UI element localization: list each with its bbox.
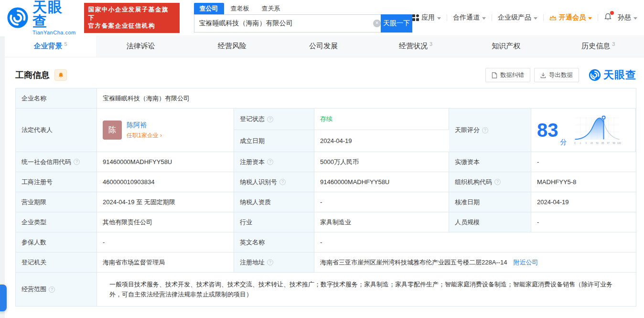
field-label-approval-date: 核准日期 [449, 192, 531, 212]
field-label-company-name: 企业名称 [16, 88, 97, 108]
legal-rep-companies-link[interactable]: 任职1家企业 › [127, 132, 162, 140]
export-data-button[interactable]: 导出数据 [534, 68, 579, 82]
score-distribution-chart: 0 1 3 15 50 85 97 99 100 [573, 114, 622, 146]
field-label-credit-code: 统一社会信用代码 ? [16, 152, 97, 172]
tab-history-info[interactable]: 历史信息3 [553, 35, 644, 57]
nav-user[interactable]: 孙慈 [618, 13, 637, 22]
clear-search-icon[interactable]: × [373, 20, 381, 27]
chevron-down-icon [482, 17, 486, 20]
field-label-reg-status: 登记状态 ? [234, 109, 314, 130]
help-icon[interactable]: ? [267, 116, 273, 122]
tab-company-background[interactable]: 企业背景5 [5, 35, 96, 57]
field-value-industry: 家具制造业 [314, 212, 449, 232]
username: 孙慈 [618, 13, 631, 22]
field-label-taxpayer-id: 纳税人识别号 ? [234, 172, 314, 192]
notification-dot [610, 11, 614, 15]
nearby-companies-link[interactable]: 附近公司 [513, 258, 538, 267]
help-icon[interactable]: ? [279, 179, 286, 185]
nav-vip[interactable]: 开通会员 [549, 13, 592, 22]
field-value-taxpayer-id: 91460000MADHFYY58U [314, 172, 449, 192]
svg-text:100: 100 [617, 142, 621, 144]
field-value-credit-code: 91460000MADHFYY58U [97, 152, 234, 172]
search-input[interactable] [194, 14, 386, 33]
help-icon[interactable]: ? [482, 127, 488, 133]
field-label-taxpayer-quality: 纳税人资质 [234, 192, 314, 212]
search-button[interactable]: 天眼一下 [381, 14, 412, 33]
field-value-est-date: 2024-04-19 [314, 130, 449, 152]
field-value-approval-date: 2024-04-19 [531, 192, 636, 212]
nav-enterprise-label: 企业级产品 [498, 13, 531, 22]
help-icon[interactable]: ? [494, 179, 501, 185]
field-value-org-code: MADHFYY5-8 [531, 172, 636, 192]
field-label-reg-number: 工商注册号 [16, 172, 97, 192]
floating-widget[interactable] [0, 285, 7, 311]
field-value-insured: - [97, 232, 234, 252]
divider [543, 14, 544, 21]
field-label-staff-size: 人员规模 [449, 212, 531, 232]
nav-apps[interactable]: 应用 [412, 13, 441, 22]
tianyancha-logo[interactable]: 天眼查 TianYanCha.com [7, 0, 78, 35]
tab-operation-risk[interactable]: 经营风险 [187, 35, 279, 57]
svg-text:3: 3 [585, 142, 587, 144]
bell-icon [58, 72, 64, 78]
field-value-address: 海南省三亚市崖州区崖州湾科技城雅布伦产业园五号楼二层228A--14 附近公司 [314, 252, 636, 272]
field-value-scope: 一般项目技术服务、技术开发、技术咨询、技术交流、技术转让、技术推广；数字技术服务… [97, 273, 636, 306]
nav-cooperation[interactable]: 合作通道 [453, 13, 486, 22]
search-tab-relation[interactable]: 查关系 [256, 3, 286, 14]
svg-text:50: 50 [596, 142, 599, 144]
svg-text:99: 99 [612, 142, 615, 144]
field-value-legal-rep: 陈 陈阿裕 任职1家企业 › [97, 109, 234, 152]
top-header: 天眼查 TianYanCha.com 国家中小企业发展子基金旗下 官方备案企业征… [0, 0, 644, 35]
nav-enterprise-products[interactable]: 企业级产品 [498, 13, 537, 22]
monitor-bell-button[interactable] [54, 69, 67, 81]
left-gutter [0, 36, 5, 318]
nav-cooperation-label: 合作通道 [453, 13, 480, 22]
gov-certification-badge: 国家中小企业发展子基金旗下 官方备案企业征信机构 [84, 3, 180, 33]
tab-operation-status[interactable]: 经营状况3 [370, 35, 462, 57]
field-value-term: 2024-04-19 至 无固定期限 [97, 192, 234, 212]
field-label-est-date: 成立日期 [234, 130, 314, 152]
tab-company-development[interactable]: 公司发展 [279, 35, 370, 57]
chevron-down-icon [588, 17, 592, 20]
field-label-address: 注册地址 ? [234, 252, 314, 272]
help-icon[interactable]: ? [267, 159, 273, 165]
notifications-bell[interactable] [604, 13, 612, 22]
svg-text:0: 0 [574, 142, 576, 144]
field-label-reg-capital: 注册资本 ? [234, 152, 314, 172]
field-label-insured: 参保人数 [16, 232, 97, 252]
tab-legal-litigation[interactable]: 法律诉讼 [96, 35, 187, 57]
field-value-paid-capital: - [531, 152, 636, 172]
search-tab-boss[interactable]: 查老板 [225, 3, 255, 14]
svg-text:15: 15 [590, 142, 593, 144]
field-label-industry: 行业 [234, 212, 314, 232]
help-icon[interactable]: ? [74, 159, 80, 165]
search-tab-company[interactable]: 查公司 [194, 3, 224, 14]
field-value-score: 83 分 [531, 109, 636, 152]
divider [492, 14, 492, 21]
field-label-legal-rep: 法定代表人 [16, 109, 97, 152]
field-label-english-name: 英文名称 [234, 232, 314, 252]
help-icon[interactable]: ? [49, 286, 55, 293]
score-unit: 分 [560, 138, 567, 147]
search-area: 查公司 查老板 查关系 × 天眼一下 [194, 3, 412, 33]
help-icon[interactable]: ? [267, 259, 273, 265]
field-value-company-type: 其他有限责任公司 [97, 212, 234, 232]
data-correction-button[interactable]: 数据纠错 [485, 68, 530, 82]
field-value-authority: 海南省市场监督管理局 [97, 252, 234, 272]
search-tabs: 查公司 查老板 查关系 [194, 3, 412, 14]
field-label-org-code: 组织机构代码 ? [449, 172, 531, 192]
field-label-scope: 经营范围 ? [16, 273, 97, 306]
business-info-table: 企业名称 宝褓睡眠科技（海南）有限公司 法定代表人 陈 陈阿裕 任职1家企业 ›… [15, 88, 636, 307]
svg-text:97: 97 [607, 142, 610, 144]
tab-intellectual-property[interactable]: 知识产权 [462, 35, 553, 57]
field-value-reg-status: 存续 [314, 109, 449, 130]
field-value-staff-size: - [531, 212, 636, 232]
logo-swirl-icon [7, 7, 29, 29]
field-value-company-name: 宝褓睡眠科技（海南）有限公司 [97, 88, 636, 108]
score-value: 83 [537, 121, 558, 140]
download-icon [540, 72, 546, 78]
field-value-reg-capital: 5000万人民币 [314, 152, 449, 172]
field-label-authority: 登记机关 [16, 252, 97, 272]
legal-rep-avatar[interactable]: 陈 [103, 121, 122, 140]
legal-rep-name-link[interactable]: 陈阿裕 [127, 121, 162, 130]
